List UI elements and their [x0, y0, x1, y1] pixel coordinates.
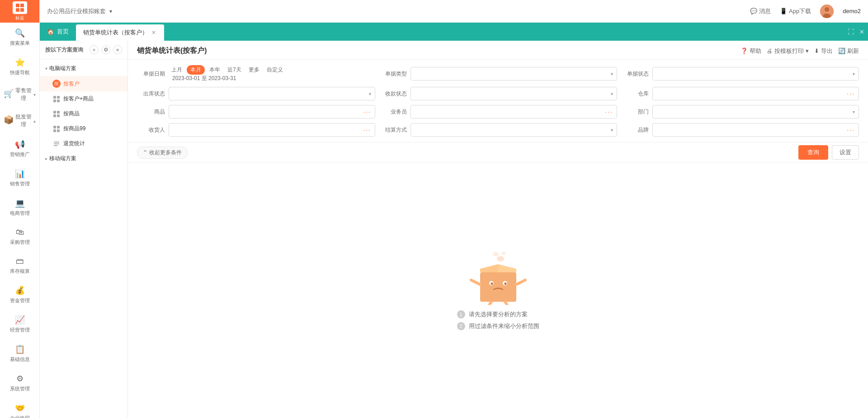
inventory-icon: 🗃	[16, 256, 24, 266]
right-content: 销货单统计表(按客户) ❓ 帮助 🖨 按模板打印 ▾ ⬇ 导出	[128, 41, 868, 418]
svg-line-36	[505, 302, 509, 305]
message-btn[interactable]: 💬 消息	[750, 7, 771, 15]
export-btn[interactable]: ⬇ 导出	[814, 47, 833, 55]
goods-select[interactable]: ···	[169, 105, 375, 119]
svg-rect-15	[53, 126, 56, 128]
collapse-label: 收起更多条件	[149, 149, 182, 157]
scheme-item-by-customer[interactable]: 按 按客户	[40, 76, 127, 91]
svg-rect-1	[20, 4, 24, 7]
scheme-item-return-stat[interactable]: 退货统计	[40, 136, 127, 151]
sidebar-item-system[interactable]: ⚙ 系统管理	[0, 368, 39, 398]
settle-label: 结算方式	[379, 126, 410, 134]
tab-sales-stat-label: 销货单统计表（按客户）	[83, 28, 148, 37]
tab-home[interactable]: 🏠 首页	[40, 23, 76, 41]
page-header: 销货单统计表(按客户) ❓ 帮助 🖨 按模板打印 ▾ ⬇ 导出	[128, 41, 868, 60]
sidebar-item-quicknav[interactable]: ⭐ 快捷导航	[0, 52, 39, 81]
type-label: 单据类型	[379, 70, 410, 78]
collect-status-select[interactable]: ▾	[410, 87, 617, 100]
sidebar-label-system: 系统管理	[10, 385, 30, 392]
scheme-item-by-goods[interactable]: 按商品	[40, 106, 127, 121]
shortcut-7days[interactable]: 近7天	[225, 65, 244, 75]
panel-settings-btn[interactable]: ⚙	[101, 45, 110, 54]
sidebar-item-sales[interactable]: 📊 销售管理	[0, 163, 39, 193]
sidebar-label-operation: 经营管理	[10, 327, 30, 333]
warehouse-select[interactable]: ···	[652, 87, 859, 100]
shortcut-this-month[interactable]: 本月	[187, 65, 205, 75]
svg-rect-16	[57, 126, 60, 128]
panel-add-btn[interactable]: ＋	[90, 45, 99, 54]
svg-marker-27	[498, 264, 516, 272]
app-download-btn[interactable]: 📱 App下载	[780, 7, 811, 15]
date-range: 2023-03-01 至 2023-03-31	[172, 75, 375, 82]
sidebar-item-wholesale[interactable]: 📦 批发管理 ▴	[0, 108, 39, 134]
dept-select[interactable]: ▾	[652, 105, 859, 119]
sidebar-item-retail[interactable]: 🛒 零售管理 ▾	[0, 81, 39, 108]
username[interactable]: demo2	[843, 8, 861, 14]
shortcut-more[interactable]: 更多	[246, 65, 262, 75]
sidebar-item-finance[interactable]: 💰 资金管理	[0, 280, 39, 309]
tab-close-btn[interactable]: ✕	[151, 28, 157, 37]
scheme-item-by-goods-99[interactable]: 按商品99	[40, 121, 127, 136]
shortcut-last-month[interactable]: 上月	[169, 65, 185, 75]
tab-sales-stat[interactable]: 销货单统计表（按客户） ✕	[76, 24, 164, 41]
return-stat-icon	[52, 140, 61, 147]
refresh-btn[interactable]: 🔄 刷新	[838, 47, 859, 55]
sidebar-label-search: 搜索菜单	[10, 40, 30, 47]
scheme-section: ▾ 电脑端方案 按 按客户 按客户+商品	[40, 59, 127, 168]
app-download-label: App下载	[789, 7, 811, 15]
logo-text: 标蓝	[15, 15, 24, 21]
sidebar-item-ecommerce[interactable]: 💻 电商管理	[0, 193, 39, 222]
logo-area[interactable]: 标蓝	[0, 0, 39, 23]
status-select[interactable]: ▾	[652, 67, 859, 81]
sidebar-item-basic[interactable]: 📋 基础信息	[0, 339, 39, 368]
receiver-select[interactable]: ···	[169, 123, 375, 137]
settle-select[interactable]: ▾	[410, 123, 617, 137]
shortcut-this-year[interactable]: 本年	[207, 65, 223, 75]
svg-rect-11	[53, 111, 56, 114]
scheme-item-by-customer-goods[interactable]: 按客户+商品	[40, 91, 127, 106]
sidebar-item-enterprise[interactable]: 🤝 企业协同	[0, 398, 39, 418]
receiver-dots: ···	[363, 126, 371, 133]
home-icon: 🏠	[47, 28, 54, 35]
scheme-group-mobile-header[interactable]: ▸ 移动端方案	[40, 151, 127, 166]
svg-point-5	[825, 7, 829, 12]
hint-1-num: 1	[457, 310, 465, 318]
settings-btn[interactable]: 设置	[832, 145, 859, 160]
refresh-icon: 🔄	[838, 48, 845, 54]
by-goods-label: 按商品	[63, 110, 80, 118]
type-select[interactable]: ▾	[410, 67, 617, 81]
filter-area: 单据日期 上月 本月 本年 近7天 更多 自定义 2023-03-01 至 20…	[128, 60, 868, 142]
sidebar-item-operation[interactable]: 📈 经营管理	[0, 309, 39, 339]
query-btn[interactable]: 查询	[798, 145, 828, 160]
user-avatar[interactable]	[820, 5, 834, 18]
panel-collapse-btn[interactable]: «	[113, 45, 122, 54]
staff-select[interactable]: ···	[410, 105, 617, 119]
svg-rect-9	[53, 100, 56, 102]
sidebar-item-inventory[interactable]: 🗃 库存核算	[0, 251, 39, 280]
help-btn[interactable]: ❓ 帮助	[741, 47, 761, 55]
print-btn[interactable]: 🖨 按模板打印 ▾	[767, 47, 809, 55]
tab-maximize-btn[interactable]: ⛶	[848, 28, 854, 35]
svg-marker-26	[480, 264, 498, 272]
out-status-select[interactable]: ▾	[169, 87, 375, 100]
receiver-label: 收货人	[137, 126, 169, 134]
collect-status-label: 收款状态	[379, 90, 410, 98]
app-dropdown[interactable]: ▾	[109, 8, 112, 14]
collapse-up-icon: ⌃	[143, 149, 147, 156]
out-status-arrow: ▾	[369, 91, 371, 96]
filter-status-cell: 单据状态 ▾	[621, 65, 859, 82]
sidebar-item-search[interactable]: 🔍 搜索菜单	[0, 23, 39, 52]
by-goods-99-icon	[52, 125, 61, 133]
page-actions: ❓ 帮助 🖨 按模板打印 ▾ ⬇ 导出 🔄 刷新	[741, 47, 859, 55]
svg-rect-20	[54, 143, 59, 144]
sidebar-label-wholesale: 批发管理	[14, 113, 33, 128]
collapse-btn[interactable]: ⌃ 收起更多条件	[137, 147, 188, 159]
tab-window-close-btn[interactable]: ✕	[859, 28, 864, 35]
shortcut-custom[interactable]: 自定义	[264, 65, 286, 75]
sidebar-item-purchase[interactable]: 🛍 采购管理	[0, 222, 39, 251]
marketing-icon: 📢	[15, 139, 25, 149]
sidebar-item-marketing[interactable]: 📢 营销推广	[0, 134, 39, 163]
header-right: 💬 消息 📱 App下载 demo2	[750, 5, 861, 18]
scheme-group-desktop-header[interactable]: ▾ 电脑端方案	[40, 61, 127, 76]
brand-select[interactable]: ···	[652, 123, 859, 137]
